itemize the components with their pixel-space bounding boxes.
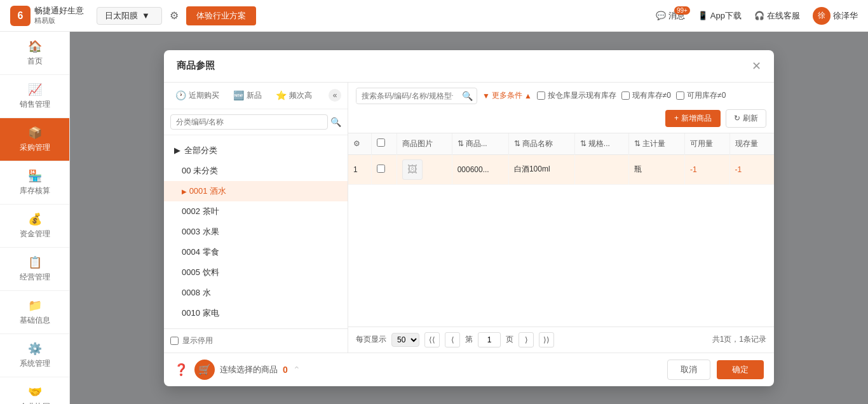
current-stock-checkbox[interactable] bbox=[621, 91, 630, 100]
prev-page-button[interactable]: ⟨ bbox=[445, 332, 460, 347]
sidebar-item-inventory[interactable]: 🏪 库存核算 bbox=[0, 161, 69, 205]
show-disabled-label[interactable]: 显示停用 bbox=[182, 335, 213, 346]
unit-col-sort-icon: ⇅ bbox=[634, 139, 641, 148]
select-all-checkbox[interactable] bbox=[377, 138, 385, 147]
recent-purchase-tab[interactable]: 🕐 近期购买 bbox=[170, 88, 224, 104]
store-dropdown[interactable]: 日太阳膜 ▼ bbox=[97, 7, 162, 25]
last-page-button[interactable]: ⟩⟩ bbox=[539, 332, 554, 347]
new-products-tab[interactable]: 🆕 新品 bbox=[228, 88, 267, 104]
sidebar-item-procurement[interactable]: 📦 采购管理 bbox=[0, 118, 69, 161]
modal-body: 🕐 近期购买 🆕 新品 ⭐ 频次高 « bbox=[164, 83, 774, 353]
tree-item-snacks[interactable]: 0004 零食 bbox=[164, 242, 348, 262]
tree-item-appliances[interactable]: 0010 家电 bbox=[164, 303, 348, 323]
sidebar-item-operations[interactable]: 📋 经营管理 bbox=[0, 248, 69, 291]
col-name[interactable]: ⇅商品名称 bbox=[508, 133, 574, 155]
modal-right-panel: 🔍 ▼ 更多条件 ▲ 按仓库显示现有库存 bbox=[348, 83, 774, 353]
frequent-tab[interactable]: ⭐ 频次高 bbox=[271, 88, 317, 104]
content-area: 商品参照 ✕ 🕐 近期购买 🆕 bbox=[70, 32, 868, 404]
refresh-button[interactable]: ↻ 刷新 bbox=[726, 109, 766, 128]
sidebar-item-basic-info[interactable]: 📁 基础信息 bbox=[0, 291, 69, 334]
settings-icon[interactable]: ⚙ bbox=[170, 10, 179, 22]
show-disabled-checkbox[interactable] bbox=[170, 337, 179, 345]
modal-close-button[interactable]: ✕ bbox=[752, 59, 761, 73]
tree-item-fruit[interactable]: 0003 水果 bbox=[164, 222, 348, 242]
page-total: 共1页，1条记录 bbox=[712, 334, 766, 345]
refresh-label: 刷新 bbox=[743, 113, 758, 124]
next-page-button[interactable]: ⟩ bbox=[519, 332, 534, 347]
col-image: 商品图片 bbox=[397, 133, 452, 155]
collapse-panel-button[interactable]: « bbox=[329, 89, 341, 102]
table-settings-icon[interactable]: ⚙ bbox=[353, 139, 360, 148]
available-stock-checkbox[interactable] bbox=[676, 91, 684, 100]
tree-arrow-all: ▶ bbox=[174, 145, 180, 155]
warehouse-display-checkbox[interactable] bbox=[537, 91, 545, 100]
sidebar-label-finance: 资金管理 bbox=[20, 229, 50, 239]
per-page-label: 每页显示 bbox=[356, 334, 386, 345]
cancel-button[interactable]: 取消 bbox=[667, 360, 710, 380]
table-row[interactable]: 1 🖼 000600... 白酒100ml 瓶 bbox=[348, 154, 774, 184]
tree-item-drinks[interactable]: 0005 饮料 bbox=[164, 262, 348, 283]
row-available: -1 bbox=[684, 154, 729, 184]
available-col-label: 可用量 bbox=[690, 139, 713, 148]
tree-label-snacks: 0004 零食 bbox=[182, 247, 219, 257]
sidebar-item-system[interactable]: ⚙️ 系统管理 bbox=[0, 334, 69, 377]
first-page-button[interactable]: ⟨⟨ bbox=[424, 332, 440, 347]
stock-col-label: 现存量 bbox=[735, 139, 758, 148]
cart-icon[interactable]: 🛒 bbox=[194, 360, 215, 380]
topbar-right: 💬 消息 99+ 📱 App下载 🎧 在线客服 徐 徐泽华 bbox=[656, 7, 858, 25]
spec-col-sort-icon: ⇅ bbox=[580, 139, 587, 148]
current-stock-label[interactable]: 现有库存≠0 bbox=[632, 90, 671, 101]
left-footer: 显示停用 bbox=[164, 328, 348, 353]
col-spec[interactable]: ⇅规格... bbox=[574, 133, 628, 155]
col-unit[interactable]: ⇅主计量 bbox=[629, 133, 685, 155]
tree-item-all[interactable]: ▶ 全部分类 bbox=[164, 140, 348, 161]
logo-sub: 精易版 bbox=[34, 16, 84, 25]
plus-icon: + bbox=[674, 114, 679, 123]
message-badge: 99+ bbox=[674, 6, 690, 15]
message-item[interactable]: 💬 消息 99+ bbox=[656, 10, 685, 22]
tree-label-water: 0008 水 bbox=[182, 288, 211, 297]
col-stock: 现存量 bbox=[729, 133, 774, 155]
user-name: 徐泽华 bbox=[833, 10, 858, 22]
sidebar-item-sales[interactable]: 📈 销售管理 bbox=[0, 75, 69, 118]
available-stock-label[interactable]: 可用库存≠0 bbox=[687, 90, 726, 101]
star-icon: ⭐ bbox=[276, 90, 287, 100]
refresh-icon: ↻ bbox=[734, 114, 740, 123]
pagination: 每页显示 50 ⟨⟨ ⟨ 第 页 ⟩ ⟩⟩ 共1页，1条记录 bbox=[348, 327, 774, 353]
message-icon: 💬 bbox=[656, 11, 666, 20]
sidebar-item-enterprise[interactable]: 🤝 企业协同 bbox=[0, 377, 69, 404]
right-toolbar: 🔍 ▼ 更多条件 ▲ 按仓库显示现有库存 bbox=[348, 83, 774, 133]
tree-item-water[interactable]: 0008 水 bbox=[164, 283, 348, 303]
app-download-item[interactable]: 📱 App下载 bbox=[698, 10, 742, 22]
topbar: 6 畅捷通好生意 精易版 日太阳膜 ▼ ⚙ 体验行业方案 💬 消息 99+ 📱 … bbox=[0, 0, 868, 32]
row-image: 🖼 bbox=[397, 154, 452, 184]
trial-button[interactable]: 体验行业方案 bbox=[186, 6, 256, 25]
tree-item-liquor[interactable]: ▶ 0001 酒水 bbox=[164, 181, 348, 201]
category-search-button[interactable]: 🔍 bbox=[330, 117, 341, 127]
sidebar-item-finance[interactable]: 💰 资金管理 bbox=[0, 205, 69, 248]
tree-item-unclassified[interactable]: 00 未分类 bbox=[164, 161, 348, 181]
page-suffix: 页 bbox=[506, 334, 513, 345]
add-product-button[interactable]: + 新增商品 bbox=[665, 110, 721, 127]
product-search-input[interactable] bbox=[356, 89, 458, 103]
category-search-input[interactable] bbox=[170, 114, 328, 130]
per-page-select[interactable]: 50 bbox=[391, 333, 419, 347]
page-input[interactable] bbox=[478, 332, 501, 347]
help-icon[interactable]: ❓ bbox=[174, 363, 188, 377]
col-code[interactable]: ⇅商品... bbox=[452, 133, 508, 155]
tree-item-tea[interactable]: 0002 茶叶 bbox=[164, 201, 348, 222]
confirm-button[interactable]: 确定 bbox=[717, 360, 764, 379]
row-select-checkbox[interactable] bbox=[377, 165, 385, 173]
cart-count: 0 bbox=[283, 365, 288, 375]
product-search-button[interactable]: 🔍 bbox=[458, 88, 477, 104]
more-filter-button[interactable]: ▼ 更多条件 ▲ bbox=[482, 90, 532, 101]
user-item[interactable]: 徐 徐泽华 bbox=[813, 7, 858, 25]
product-search-group: 🔍 bbox=[356, 88, 477, 104]
col-settings[interactable]: ⚙ bbox=[348, 133, 372, 155]
image-col-label: 商品图片 bbox=[402, 138, 433, 149]
sidebar-item-home[interactable]: 🏠 首页 bbox=[0, 32, 69, 75]
avatar: 徐 bbox=[813, 7, 831, 25]
collapse-cart-icon[interactable]: ⌃ bbox=[293, 365, 301, 375]
warehouse-display-label[interactable]: 按仓库显示现有库存 bbox=[548, 90, 616, 101]
service-item[interactable]: 🎧 在线客服 bbox=[754, 10, 800, 22]
